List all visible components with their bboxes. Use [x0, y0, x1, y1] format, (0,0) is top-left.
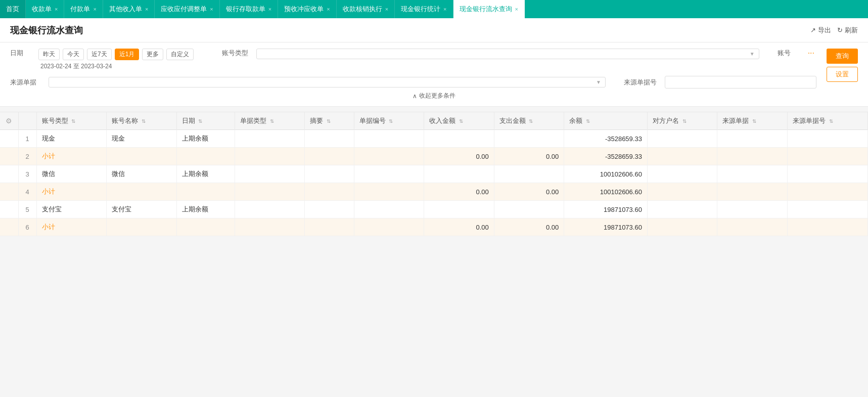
date-btn-1month[interactable]: 近1月 — [115, 49, 140, 60]
table-row[interactable]: 6小计0.000.0019871073.60 — [0, 218, 868, 236]
col-income[interactable]: 收入金额 ⇅ — [424, 112, 494, 130]
table-row[interactable]: 1现金现金上期余额-3528659.33 — [0, 130, 868, 148]
cell-summary — [305, 148, 354, 165]
nav-tab-7[interactable]: 现金银行统计 × — [395, 0, 453, 18]
date-btn-yesterday[interactable]: 昨天 — [38, 49, 60, 60]
export-button[interactable]: ↗ 导出 — [810, 26, 831, 35]
col-expense[interactable]: 支出金额 ⇅ — [494, 112, 564, 130]
cell-source-doc — [717, 183, 788, 201]
table-row[interactable]: 5支付宝支付宝上期余额19871073.60 — [0, 201, 868, 218]
query-button[interactable]: 查询 — [827, 49, 858, 64]
nav-tab-2-label: 其他收入单 — [109, 5, 142, 14]
refresh-label: 刷新 — [845, 26, 858, 35]
sort-icon-7: ⇅ — [459, 118, 463, 124]
collapse-label: 收起更多条件 — [419, 92, 455, 100]
cell-doc-type — [235, 218, 305, 236]
sort-icon-3: ⇅ — [198, 118, 202, 124]
cell-source-doc-num — [787, 183, 867, 201]
date-btn-more[interactable]: 更多 — [142, 49, 163, 60]
nav-tab-8[interactable]: 现金银行流水查询 × — [453, 0, 525, 18]
sort-icon-12: ⇅ — [829, 118, 833, 124]
cell-num: 6 — [18, 218, 36, 236]
source-doc-select[interactable]: ▼ — [49, 77, 606, 87]
data-table: ⚙ 账号类型 ⇅ 账号名称 ⇅ 日期 ⇅ 单据类型 ⇅ — [0, 112, 868, 236]
nav-home[interactable]: 首页 — [0, 0, 26, 18]
page-title: 现金银行流水查询 — [10, 24, 83, 36]
table-row[interactable]: 2小计0.000.00-3528659.33 — [0, 148, 868, 165]
account-type-select[interactable]: ▼ — [256, 49, 759, 59]
cell-date: 上期余额 — [176, 130, 235, 148]
col-account-type[interactable]: 账号类型 ⇅ — [36, 112, 107, 130]
table-row[interactable]: 3微信微信上期余额100102606.60 — [0, 165, 868, 183]
nav-tab-7-close[interactable]: × — [443, 6, 446, 12]
cell-balance: -3528659.33 — [564, 130, 648, 148]
nav-tab-4-close[interactable]: × — [268, 6, 271, 12]
source-doc-num-input[interactable] — [665, 76, 816, 89]
cell-counterparty — [647, 130, 717, 148]
col-settings[interactable]: ⚙ — [0, 112, 18, 130]
col-account-name[interactable]: 账号名称 ⇅ — [107, 112, 177, 130]
collapse-button[interactable]: ∧ 收起更多条件 — [413, 92, 455, 100]
nav-tab-3-close[interactable]: × — [210, 6, 213, 12]
date-btn-today[interactable]: 今天 — [63, 49, 84, 60]
settings-button[interactable]: 设置 — [827, 67, 858, 82]
col-source-doc[interactable]: 来源单据 ⇅ — [717, 112, 788, 130]
nav-tab-5-close[interactable]: × — [327, 6, 330, 12]
cell-doc-type — [235, 130, 305, 148]
nav-tab-6[interactable]: 收款核销执行 × — [337, 0, 395, 18]
nav-tab-0[interactable]: 收款单 × — [26, 0, 64, 18]
date-filter-label: 日期 — [10, 49, 30, 58]
cell-counterparty — [647, 183, 717, 201]
source-doc-num-label: 来源单据号 — [624, 78, 657, 87]
refresh-button[interactable]: ↻ 刷新 — [837, 26, 858, 35]
nav-tab-6-close[interactable]: × — [385, 6, 388, 12]
col-balance[interactable]: 余额 ⇅ — [564, 112, 648, 130]
cell-summary — [305, 165, 354, 183]
sort-icon-4: ⇅ — [270, 118, 274, 124]
nav-tab-8-label: 现金银行流水查询 — [460, 5, 512, 14]
date-btn-custom[interactable]: 自定义 — [166, 49, 194, 60]
cell-counterparty — [647, 165, 717, 183]
nav-home-label: 首页 — [6, 5, 19, 14]
nav-tab-4[interactable]: 银行存取款单 × — [220, 0, 278, 18]
nav-tab-3[interactable]: 应收应付调整单 × — [155, 0, 219, 18]
cell-num: 2 — [18, 148, 36, 165]
cell-expense — [494, 130, 564, 148]
nav-tab-5-label: 预收冲应收单 — [284, 5, 324, 14]
cell-doc-number — [354, 183, 424, 201]
date-btn-7days[interactable]: 近7天 — [87, 49, 112, 60]
nav-tab-1-close[interactable]: × — [93, 6, 96, 12]
col-source-doc-num[interactable]: 来源单据号 ⇅ — [787, 112, 867, 130]
source-doc-label: 来源单据 — [10, 78, 40, 87]
nav-tab-1-label: 付款单 — [70, 5, 90, 14]
cell-counterparty — [647, 218, 717, 236]
col-counterparty[interactable]: 对方户名 ⇅ — [647, 112, 717, 130]
collapse-bar: ∧ 收起更多条件 — [10, 89, 858, 100]
col-doc-type[interactable]: 单据类型 ⇅ — [235, 112, 305, 130]
nav-tab-8-close[interactable]: × — [515, 6, 518, 12]
col-date-label: 日期 — [182, 117, 195, 124]
cell-account-type: 支付宝 — [36, 201, 107, 218]
cell-balance: 100102606.60 — [564, 165, 648, 183]
col-summary[interactable]: 摘要 ⇅ — [305, 112, 354, 130]
col-doc-number[interactable]: 单据编号 ⇅ — [354, 112, 424, 130]
cell-source-doc-num — [787, 201, 867, 218]
account-dots-button[interactable]: ··· — [806, 49, 816, 58]
gear-icon[interactable]: ⚙ — [6, 117, 12, 125]
nav-tab-1[interactable]: 付款单 × — [64, 0, 103, 18]
chevron-down-icon: ▼ — [750, 51, 755, 57]
col-date[interactable]: 日期 ⇅ — [176, 112, 235, 130]
cell-counterparty — [647, 148, 717, 165]
cell-balance: 100102606.60 — [564, 183, 648, 201]
cell-account-type: 小计 — [36, 218, 107, 236]
top-navigation: 首页 收款单 × 付款单 × 其他收入单 × 应收应付调整单 × 银行存取款单 … — [0, 0, 868, 18]
cell-expense: 0.00 — [494, 148, 564, 165]
cell-balance: -3528659.33 — [564, 148, 648, 165]
cell-doc-number — [354, 130, 424, 148]
table-row[interactable]: 4小计0.000.00100102606.60 — [0, 183, 868, 201]
nav-tab-2-close[interactable]: × — [145, 6, 148, 12]
cell-settings — [0, 218, 18, 236]
nav-tab-0-close[interactable]: × — [55, 6, 58, 12]
nav-tab-5[interactable]: 预收冲应收单 × — [278, 0, 336, 18]
nav-tab-2[interactable]: 其他收入单 × — [103, 0, 155, 18]
